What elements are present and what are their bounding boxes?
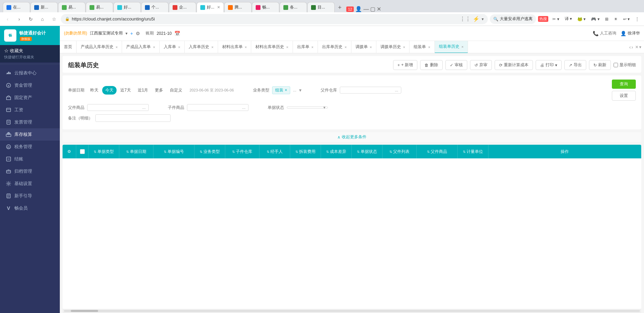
parent-warehouse-input[interactable]	[343, 88, 395, 93]
date-btn-today[interactable]: 今天	[102, 86, 117, 95]
nav-tab-product-in[interactable]: 产成品入库单 ×	[122, 41, 159, 53]
sidebar-item-basic-settings[interactable]: 基础设置	[0, 177, 60, 190]
nav-tab-close-7[interactable]: ×	[311, 45, 313, 49]
browser-tab-2[interactable]: 新...	[30, 2, 58, 12]
sidebar-item-inventory[interactable]: 库存核算	[0, 128, 60, 141]
new-tab-button[interactable]: +	[335, 3, 345, 12]
nav-tab-out-history[interactable]: 出库单历史 ×	[318, 41, 351, 53]
browser-tab-10[interactable]: 畅...	[252, 2, 279, 12]
company-settings-icon[interactable]: ⚙	[136, 31, 140, 36]
parent-goods-input-wrap[interactable]: ...	[87, 104, 149, 111]
sidebar-item-vip[interactable]: V 畅会员	[0, 202, 60, 214]
header-checkbox[interactable]	[80, 149, 85, 154]
browser-tab-3[interactable]: 易...	[58, 2, 85, 12]
nav-tab-home[interactable]: 首页	[60, 41, 77, 53]
browser-tab-6[interactable]: 个...	[141, 2, 169, 12]
date-btn-more[interactable]: 更多	[152, 86, 166, 95]
show-detail-checkbox[interactable]	[614, 63, 618, 67]
add-button[interactable]: + + 新增	[393, 60, 417, 70]
nav-tab-transfer-history[interactable]: 调拨单历史 ×	[376, 41, 410, 53]
th-doc-status[interactable]: ⇅ 单据状态	[352, 145, 383, 158]
th-handler[interactable]: ⇅ 经手人	[259, 145, 290, 158]
nav-tab-close-6[interactable]: ×	[286, 45, 288, 49]
sidebar-item-invoice[interactable]: 发票管理	[0, 116, 60, 128]
home-button[interactable]: ⌂	[38, 14, 47, 24]
child-goods-more[interactable]: ...	[242, 105, 245, 110]
forward-button[interactable]: ›	[14, 14, 24, 24]
parent-goods-input[interactable]	[90, 105, 142, 110]
browser-tab-11[interactable]: 各...	[280, 2, 307, 12]
sidebar-item-guide[interactable]: 新手引导	[0, 190, 60, 202]
service-button[interactable]: 📞 人工咨询	[593, 30, 616, 36]
biz-type-more-btn[interactable]: ...	[293, 88, 296, 93]
doc-status-select[interactable]: ▾	[287, 106, 328, 109]
close-button[interactable]: ✕	[377, 6, 381, 12]
recalculate-button[interactable]: ⟳ 重新计算成本	[495, 60, 533, 70]
nav-tab-close-8[interactable]: ×	[345, 45, 347, 49]
add-company-icon[interactable]: +	[130, 31, 133, 36]
child-goods-input[interactable]	[190, 105, 242, 110]
nav-tab-close-11[interactable]: ×	[428, 45, 430, 49]
browser-tab-1[interactable]: 在...	[3, 2, 30, 12]
grid-icon[interactable]: ⋮⋮	[460, 16, 471, 22]
nav-tab-assembly[interactable]: 组装单 ×	[410, 41, 434, 53]
settings-btn[interactable]: 设置	[612, 91, 636, 101]
parent-warehouse-input-wrap[interactable]: ...	[340, 87, 401, 94]
sidebar-item-payroll[interactable]: 工资	[0, 104, 60, 116]
horizontal-scrollbar[interactable]	[63, 309, 641, 313]
date-btn-custom[interactable]: 自定义	[167, 86, 185, 95]
th-checkbox[interactable]	[76, 145, 89, 158]
bookmark-button[interactable]: ☆	[49, 14, 59, 24]
th-doc-no[interactable]: ⇅ 单据编号	[153, 145, 194, 158]
browser-tab-9[interactable]: 腾...	[224, 2, 252, 12]
nav-tab-material-out-history[interactable]: 材料出库单历史 ×	[251, 41, 293, 53]
nav-tab-close-12[interactable]: ×	[461, 45, 464, 49]
translate-tool[interactable]: 译 ▾	[563, 15, 574, 23]
emoji-tool[interactable]: 🐸 ▾	[575, 16, 588, 22]
sidebar-item-tax[interactable]: 税 税务管理	[0, 141, 60, 153]
date-btn-yesterday[interactable]: 昨天	[87, 86, 102, 95]
biz-type-tag-remove[interactable]: ×	[285, 88, 287, 93]
th-settings[interactable]: ⚙	[63, 145, 76, 158]
child-goods-input-wrap[interactable]: ...	[187, 104, 249, 111]
tab-scroll-right[interactable]: ›	[631, 44, 633, 50]
browser-tab-7[interactable]: 企...	[169, 2, 196, 12]
query-button[interactable]: 查询	[612, 80, 636, 89]
th-unit[interactable]: ⇅ 计量单位	[458, 145, 488, 158]
date-btn-7days[interactable]: 近7天	[117, 86, 134, 95]
audit-button[interactable]: ✓ 审核	[445, 60, 467, 70]
maximize-button[interactable]: ▢	[370, 6, 375, 12]
nav-tab-close-3[interactable]: ×	[178, 45, 180, 49]
back-button[interactable]: ‹	[3, 14, 12, 24]
nav-tab-in-history[interactable]: 入库单历史 ×	[185, 41, 218, 53]
nav-tab-close-5[interactable]: ×	[245, 45, 247, 49]
refresh-button[interactable]: ↻ 刷新	[589, 60, 611, 70]
tab-close-dropdown[interactable]: ▾	[639, 45, 641, 49]
print-dropdown-arrow[interactable]: ▾	[555, 63, 557, 68]
scissors-tool[interactable]: ✂ ▾	[550, 16, 561, 22]
show-detail-checkbox-label[interactable]: 显示明细	[614, 62, 636, 68]
reload-button[interactable]: ↻	[26, 14, 36, 24]
browser-search-box[interactable]: 🔍 大量安卓用户逃离	[490, 14, 536, 24]
sidebar-item-fixed-assets[interactable]: 固定资产	[0, 91, 60, 104]
th-assembly-cost[interactable]: ⇅ 拆装费用	[290, 145, 321, 158]
parent-goods-more[interactable]: ...	[142, 105, 146, 110]
sidebar-item-archive[interactable]: 归档管理	[0, 165, 60, 177]
nav-tab-material-out[interactable]: 材料出库单 ×	[218, 41, 251, 53]
th-biz-type[interactable]: ⇅ 业务类型	[194, 145, 225, 158]
calendar-icon[interactable]: 📅	[174, 31, 180, 36]
user-button[interactable]: 👤 徐泽华	[620, 30, 640, 36]
undo-tool[interactable]: ↩ ▾	[621, 16, 632, 22]
date-btn-1month[interactable]: 近1月	[135, 86, 151, 95]
tab-scroll-left[interactable]: ‹	[629, 44, 631, 50]
nav-tab-close-4[interactable]: ×	[211, 45, 213, 49]
tab-close-all[interactable]: ✕	[635, 45, 639, 49]
address-bar[interactable]: 🔒 https://cloud.chanjet.com/accounting/u…	[61, 14, 488, 24]
browser-tab-12[interactable]: 目...	[307, 2, 335, 12]
game-tool[interactable]: 🎮 ▾	[589, 16, 601, 22]
company-dropdown-arrow[interactable]: ▾	[125, 31, 128, 36]
th-doc-date[interactable]: ⇅ 单据日期	[119, 145, 153, 158]
profile-icon[interactable]: 👤	[355, 6, 362, 12]
browser-tab-5[interactable]: 好...	[113, 2, 141, 12]
nav-tab-transfer[interactable]: 调拨单 ×	[351, 41, 376, 53]
